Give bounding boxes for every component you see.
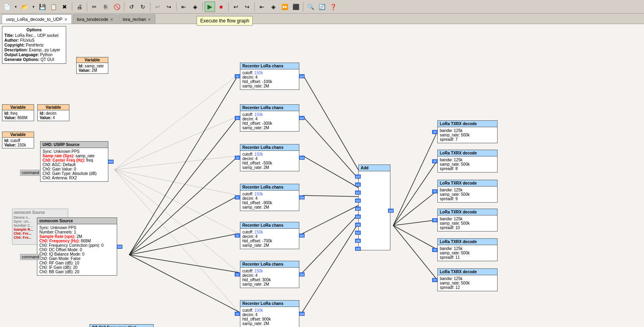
open-button[interactable]: 📂 [19,2,30,12]
tab-usrp[interactable]: usrp_LoRa_decode_to_UDP ✕ [2,14,72,24]
recenter-in-port-4[interactable]: in [235,195,240,199]
recenter-out-port-2[interactable]: out [299,116,305,120]
osmo-freq: Ch0: Frequency (Hz): 868M [39,239,115,243]
recenter-out-port-5[interactable]: out [299,234,305,238]
var-samp-rate[interactable]: Variable Id: samp_rate Value: 2M [76,57,108,74]
new-button[interactable]: 📄 [2,2,12,12]
recenter-block-3[interactable]: Recenter LoRa chans cutoff: 150k decim: … [240,144,299,171]
uhd-command-label: command [20,170,41,176]
cut-button[interactable]: ✂ [89,2,100,12]
recenter-out-port-4[interactable]: out [299,195,305,199]
recenter-block-4[interactable]: Recenter LoRa chans cutoff: 150k decim: … [240,184,299,211]
copy-button[interactable]: ⎘ [100,2,111,12]
redo2-button[interactable]: ↪ [242,2,252,12]
recenter-cutoff-5: cutoff: 150k [242,230,297,234]
tab-lora-rechan[interactable]: lora_rechan ✕ [118,14,155,24]
step-hier-button[interactable]: ◈ [268,2,278,12]
add-in4-port[interactable]: in4 [355,207,361,211]
print-button[interactable]: 🖨 [74,2,85,12]
recenter-in-port-1[interactable]: in [235,74,240,78]
recenter-block-7[interactable]: Recenter LoRa chans cutoff: 150k decim: … [240,300,299,327]
add-in8-port[interactable]: in8 [355,239,361,243]
save-button[interactable]: 💾 [37,2,47,12]
lora-block-2[interactable]: LoRa TXRX decode bandw: 125k samp_rate: … [437,150,498,173]
lora-in-port-6[interactable]: in [432,278,438,282]
uhd-out-port[interactable]: out [108,160,114,164]
lora-in-port-4[interactable]: in [432,218,438,222]
flow-canvas[interactable]: Options Title: LoRa Rec... UDP socket Au… [0,24,644,327]
tab-usrp-close[interactable]: ✕ [64,17,67,22]
kill-button[interactable]: ⬛ [291,2,301,12]
recenter-out-port-3[interactable]: out [299,156,305,160]
step-back-button[interactable]: ⇤ [257,2,267,12]
add-in5-port[interactable]: in5 [355,215,361,219]
rotate-cw-button[interactable]: ↻ [138,2,148,12]
var-cutoff[interactable]: Variable Id: cutoff Value: 150k [2,132,34,148]
var-decim[interactable]: Variable Id: decim Value: 4 [37,104,69,121]
align-left-button[interactable]: ⇤ [179,2,189,12]
separator-8 [254,2,255,11]
lora-block-6[interactable]: LoRa TXRX decode bandw: 125k samp_rate: … [437,268,498,291]
save-as-button[interactable]: 📋 [48,2,59,12]
add-in0-port[interactable]: in0 [355,175,361,179]
stop-button[interactable]: ■ [216,2,226,12]
qtgui-sink[interactable]: QT GUI Frequency Sink FFT Size: 1.024k i… [89,324,154,327]
recenter-out-port-6[interactable]: out [299,272,305,276]
recenter-in-port-6[interactable]: in [235,272,240,276]
lora-block-5[interactable]: LoRa TXRX decode bandw: 125k samp_rate: … [437,238,498,261]
lora-block-1[interactable]: LoRa TXRX decode bandw: 125k samp_rate: … [437,120,498,143]
undo2-button[interactable]: ↩ [231,2,241,12]
create-hier-button[interactable]: ◈ [190,2,200,12]
recenter-htd-2: htd_offset: -300k [242,121,297,126]
recenter-out-port-1[interactable]: out [299,74,305,78]
recenter-in-port-7[interactable]: in [235,312,240,316]
uhd-source-block[interactable]: UHD: USRP Source Sync: Unknown PPS Samp … [40,141,108,182]
delete-button[interactable]: 🚫 [112,2,122,12]
recenter-in-port-2[interactable]: in [235,116,240,120]
recenter-block-1[interactable]: Recenter LoRa chans cutoff: 150k decim: … [240,63,299,90]
add-in1-port[interactable]: in1 [355,183,361,187]
recenter-in-port-3[interactable]: in [235,156,240,160]
fast-forward-button[interactable]: ⏩ [279,2,290,12]
uhd-samp-rate: Samp rate (Sps): samp_rate [43,154,106,158]
redo-button[interactable]: ↪ [164,2,174,12]
tab-lora-txrx[interactable]: lora_txrxdecode ✕ [73,14,118,24]
var-freq[interactable]: Variable Id: freq Value: 868M [2,104,34,121]
recenter-out-port-7[interactable]: out [299,312,305,316]
add-out-port[interactable]: out [388,209,394,213]
lora-title-5: LoRa TXRX decode [438,239,497,245]
open-dropdown[interactable]: ▾ [30,2,36,12]
find-button[interactable]: 🔍 [305,2,316,12]
lora-in-port-5[interactable]: in [432,248,438,252]
recenter-title-4: Recenter LoRa chans [240,184,299,191]
osmocom-out-port[interactable]: out [117,245,122,249]
add-in9-port[interactable]: in9 [355,247,361,251]
tab-lora-txrx-close[interactable]: ✕ [110,17,113,22]
undo-button[interactable]: ↩ [152,2,163,12]
help-button[interactable]: ❓ [328,2,338,12]
svg-line-3 [114,170,239,195]
lora-in-port-2[interactable]: in [432,159,438,163]
lora-in-port-3[interactable]: in [432,189,438,193]
recenter-block-6[interactable]: Recenter LoRa chans cutoff: 150k decim: … [240,261,299,288]
add-in6-port[interactable]: in6 [355,223,361,227]
lora-block-4[interactable]: LoRa TXRX decode bandw: 125k samp_rate: … [437,209,498,232]
play-button[interactable]: ▶ [205,2,215,12]
svg-line-21 [393,132,437,225]
new-dropdown[interactable]: ▾ [13,2,18,12]
recenter-block-5[interactable]: Recenter LoRa chans cutoff: 150k decim: … [240,222,299,249]
lora-block-3[interactable]: LoRa TXRX decode bandw: 125k samp_rate: … [437,180,498,203]
recenter-in-port-5[interactable]: in [235,234,240,238]
osmocom-source-popup[interactable]: osmocom Source Sync: Unknown PPS Number … [37,217,117,276]
lora-in-port-1[interactable]: in [432,130,438,134]
add-block[interactable]: Add in0 in1 in2 in3 in4 in5 in6 in7 in8 … [358,165,390,250]
refresh-button[interactable]: 🔄 [317,2,327,12]
tab-lora-rechan-close[interactable]: ✕ [148,17,151,22]
add-in2-port[interactable]: in2 [355,191,361,195]
recenter-htd-7: htd_offset: 900k [242,317,297,321]
rotate-ccw-button[interactable]: ↺ [126,2,137,12]
add-in3-port[interactable]: in3 [355,199,361,203]
add-in7-port[interactable]: in7 [355,231,361,235]
recenter-block-2[interactable]: Recenter LoRa chans cutoff: 150k decim: … [240,104,299,132]
close-button[interactable]: ✖ [59,2,70,12]
